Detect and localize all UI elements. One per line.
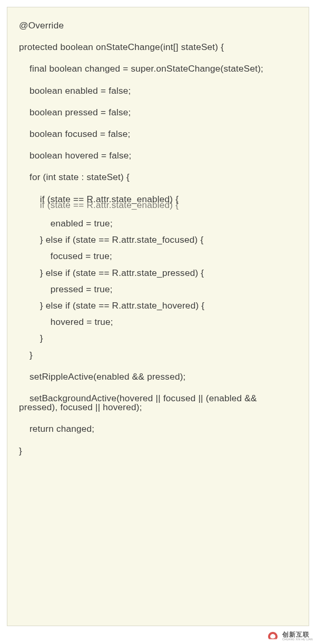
code-line: } else if (state == R.attr.state_pressed… [19, 269, 297, 278]
code-line: focused = true; [19, 252, 297, 261]
logo-text-cn: 创新互联 [282, 631, 313, 638]
code-line: boolean focused = false; [19, 130, 297, 138]
code-line: setBackgroundActive(hovered || focused |… [19, 394, 297, 412]
code-line: protected boolean onStateChange(int[] st… [19, 43, 297, 52]
code-line: boolean hovered = false; [19, 151, 297, 160]
code-line: hovered = true; [19, 318, 297, 326]
code-line: return changed; [19, 424, 297, 433]
code-line: } else if (state == R.attr.state_focused… [19, 235, 297, 244]
footer-logo: 创新互联 CHUANG XIN HU LIAN [265, 630, 313, 642]
code-line: } else if (state == R.attr.state_hovered… [19, 301, 297, 310]
logo-text-pinyin: CHUANG XIN HU LIAN [282, 638, 313, 641]
code-line: @Override [19, 21, 297, 30]
code-line: final boolean changed = super.onStateCha… [19, 64, 297, 73]
code-line: } [19, 334, 297, 343]
code-line: boolean pressed = false; [19, 108, 297, 117]
code-line: for (int state : stateSet) { [19, 173, 297, 182]
code-line: enabled = true; [19, 219, 297, 228]
logo-icon [265, 630, 280, 642]
code-line: setRippleActive(enabled && pressed); [19, 372, 297, 381]
code-line: pressed = true; [19, 285, 297, 294]
code-line: } [19, 447, 297, 455]
code-line: boolean enabled = false; [19, 86, 297, 95]
code-block: @Override protected boolean onStateChang… [7, 7, 309, 626]
code-line: } [19, 351, 297, 360]
code-line-duplicate: if (state == R.attr.state_enabled) { [19, 201, 297, 210]
